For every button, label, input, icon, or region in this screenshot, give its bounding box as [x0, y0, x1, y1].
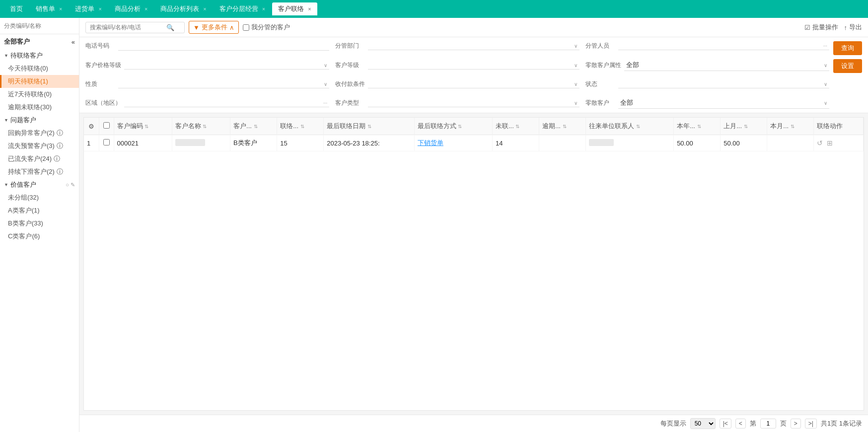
batch-operation-button[interactable]: ☑ 批量操作: [804, 23, 838, 32]
customer-type-label: 客户类型: [335, 99, 365, 107]
last-page-button[interactable]: >|: [805, 419, 817, 429]
status-select[interactable]: ∨: [618, 80, 829, 88]
retail-attr-select[interactable]: 全部 ∨: [624, 60, 829, 71]
col-code[interactable]: 客户编码 ⇅: [114, 118, 172, 135]
retail-customer-arrow: ∨: [824, 100, 827, 106]
col-name[interactable]: 客户名称 ⇅: [172, 118, 230, 135]
more-conditions-button[interactable]: ▼ 更多条件 ∧: [189, 21, 239, 34]
nav-tab-analysis-list[interactable]: 商品分析列表 ×: [154, 2, 212, 15]
close-analysis-list-tab-icon[interactable]: ×: [203, 6, 206, 12]
sidebar-item-churned[interactable]: 已流失客户(24) ⓘ: [0, 152, 79, 165]
per-page-select[interactable]: 50 100 200: [690, 418, 716, 429]
nav-tab-customer-tier[interactable]: 客户分层经营 ×: [214, 2, 271, 15]
col-checkbox-header[interactable]: [99, 118, 114, 135]
first-page-button[interactable]: |<: [720, 419, 731, 429]
filter-row-3: 性质 ∨ 收付款条件 ∨: [85, 80, 829, 88]
page-unit: 页: [780, 419, 787, 428]
per-page-label: 每页显示: [660, 419, 686, 428]
filter-retail-customer: 零散客户 全部 ∨: [585, 97, 829, 109]
customer-level-select[interactable]: ∨: [368, 62, 579, 70]
nav-tab-analysis[interactable]: 商品分析 ×: [109, 2, 153, 15]
sidebar-item-declining[interactable]: 持续下滑客户(2) ⓘ: [0, 165, 79, 178]
payment-select[interactable]: ∨: [368, 80, 579, 88]
sidebar-group-value[interactable]: 价值客户 ○ ✎: [0, 178, 79, 191]
col-last-date[interactable]: 最后联络日期 ⇅: [324, 118, 415, 135]
sidebar-item-tomorrow-pending[interactable]: 明天待联络(1): [0, 75, 79, 88]
close-analysis-tab-icon[interactable]: ×: [145, 6, 147, 12]
dept-select[interactable]: ∨: [368, 42, 579, 50]
sidebar-all-customers[interactable]: 全部客户 «: [0, 34, 79, 49]
search-icon[interactable]: 🔍: [166, 24, 174, 31]
close-customer-contact-tab-icon[interactable]: ×: [308, 6, 311, 12]
person-select[interactable]: ···: [618, 42, 829, 50]
nature-select[interactable]: ∨: [118, 80, 329, 88]
cell-checkbox[interactable]: [99, 135, 114, 151]
sidebar-item-overdue-pending[interactable]: 逾期未联络(30): [0, 101, 79, 114]
row-checkbox[interactable]: [103, 139, 110, 145]
sidebar-item-7day-pending[interactable]: 近7天待联络(0): [0, 88, 79, 101]
col-last-method[interactable]: 最后联络方式 ⇅: [414, 118, 492, 135]
col-type[interactable]: 客户... ⇅: [230, 118, 277, 135]
col-this-month[interactable]: 本月... ⇅: [767, 118, 814, 135]
col-unit-contact[interactable]: 往来单位联系人 ⇅: [586, 118, 674, 135]
sidebar-item-today-pending[interactable]: 今天待联络(0): [0, 62, 79, 75]
customer-level-label: 客户等级: [335, 61, 365, 70]
my-customers-checkbox[interactable]: 我分管的客户: [243, 23, 290, 32]
price-level-select[interactable]: ∨: [124, 62, 329, 70]
select-all-checkbox[interactable]: [103, 122, 110, 129]
sidebar-item-class-a[interactable]: A类客户(1): [0, 204, 79, 217]
sidebar-item-repurchase-abnormal[interactable]: 回购异常客户(2) ⓘ: [0, 127, 79, 140]
page-number-input[interactable]: [760, 419, 776, 429]
col-last-month[interactable]: 上月... ⇅: [721, 118, 767, 135]
retail-customer-select[interactable]: 全部 ∨: [618, 97, 829, 109]
settings-button[interactable]: 设置: [833, 59, 862, 73]
sidebar-search-container: 🔍: [0, 18, 79, 34]
search-container: 🔍: [85, 22, 185, 33]
nav-tab-customer-contact[interactable]: 客户联络 ×: [272, 2, 317, 15]
next-page-button[interactable]: >: [791, 419, 801, 429]
sidebar-group-problem[interactable]: 问题客户: [0, 114, 79, 127]
sidebar-collapse-icon[interactable]: «: [72, 38, 75, 46]
grid-action-icon[interactable]: ⊞: [827, 139, 833, 147]
close-purchase-tab-icon[interactable]: ×: [98, 6, 101, 12]
search-input[interactable]: [90, 24, 164, 31]
main-layout: 🔍 全部客户 « 待联络客户 今天待联络(0) 明天待联络(1) 近7天待联络(…: [0, 18, 868, 432]
query-button[interactable]: 查询: [833, 41, 862, 55]
nav-home[interactable]: 首页: [4, 2, 29, 15]
phone-label: 电话号码: [85, 42, 115, 50]
col-overdue[interactable]: 逾期... ⇅: [539, 118, 586, 135]
my-customers-check[interactable]: [243, 24, 249, 31]
sidebar-item-ungrouped[interactable]: 未分组(32): [0, 191, 79, 204]
customer-type-select[interactable]: ∨: [368, 99, 579, 107]
retail-attr-label: 零散客户属性: [585, 61, 621, 70]
col-not-contacted[interactable]: 未联... ⇅: [492, 118, 539, 135]
sidebar-item-class-b[interactable]: B类客户(33): [0, 217, 79, 230]
nature-label: 性质: [85, 80, 115, 88]
cell-type: B类客户: [230, 135, 277, 151]
cell-overdue: [539, 135, 586, 151]
filter-icon: ▼: [193, 24, 200, 31]
filter-actions: 查询 设置: [833, 41, 862, 73]
area-select[interactable]: ···: [124, 99, 329, 107]
prev-page-button[interactable]: <: [735, 419, 746, 429]
sidebar-group-pending[interactable]: 待联络客户: [0, 49, 79, 62]
export-button[interactable]: ↑ 导出: [844, 23, 863, 32]
col-settings[interactable]: ⚙: [84, 118, 99, 135]
close-sales-tab-icon[interactable]: ×: [59, 6, 62, 12]
top-navigation: 首页 销售单 × 进货单 × 商品分析 × 商品分析列表 × 客户分层经营 × …: [0, 0, 868, 18]
cell-last-method[interactable]: 下销货单: [414, 135, 492, 151]
col-contact[interactable]: 联络... ⇅: [277, 118, 324, 135]
cell-name: [172, 135, 230, 151]
sidebar-item-churn-warning[interactable]: 流失预警客户(3) ⓘ: [0, 140, 79, 152]
sidebar-item-class-c[interactable]: C类客户(6): [0, 230, 79, 243]
sidebar-search-input[interactable]: [4, 22, 78, 29]
nav-tab-purchase[interactable]: 进货单 ×: [69, 2, 107, 15]
nav-tab-sales[interactable]: 销售单 ×: [30, 2, 68, 15]
close-customer-tier-tab-icon[interactable]: ×: [262, 6, 265, 12]
retail-customer-label: 零散客户: [585, 99, 615, 107]
cell-unit-contact: [586, 135, 674, 151]
col-this-year[interactable]: 本年... ⇅: [674, 118, 721, 135]
person-select-arrow: ···: [823, 43, 827, 49]
phone-input[interactable]: [118, 41, 329, 51]
refresh-action-icon[interactable]: ↺: [817, 139, 823, 147]
